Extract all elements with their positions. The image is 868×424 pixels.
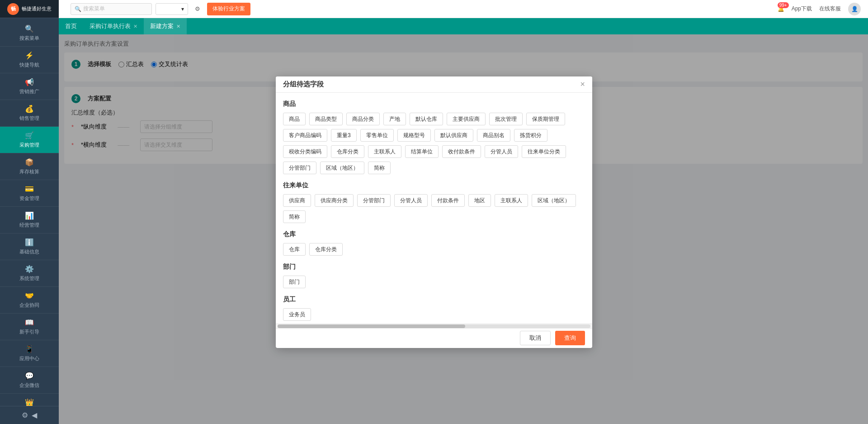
field-tag-1-4[interactable]: 付款条件 (431, 194, 465, 207)
field-tag-0-24[interactable]: 简称 (368, 162, 391, 174)
field-tag-0-14[interactable]: 拣货积分 (514, 129, 547, 142)
field-tag-0-6[interactable]: 批次管理 (489, 113, 523, 125)
sidebar-icon-0: 🔍 (25, 24, 34, 33)
field-tag-3-0[interactable]: 部门 (283, 276, 306, 288)
scrollbar-thumb[interactable] (278, 324, 465, 328)
sidebar-item-应用中心[interactable]: 📱应用中心 (0, 340, 59, 367)
sidebar-item-企业微信[interactable]: 💬企业微信 (0, 367, 59, 394)
field-tag-0-20[interactable]: 分管人员 (485, 145, 518, 158)
sidebar-item-畅会员[interactable]: 👑畅会员 (0, 394, 59, 406)
field-tag-0-11[interactable]: 规格型号 (397, 129, 431, 142)
collapse-icon[interactable]: ◀ (32, 411, 37, 419)
nav-tab-2[interactable]: 新建方案✕ (144, 18, 187, 34)
field-tag-0-2[interactable]: 商品分类 (346, 113, 380, 125)
sidebar-label-7: 经营管理 (19, 222, 39, 229)
field-tag-0-22[interactable]: 分管部门 (283, 162, 316, 174)
sidebar-icon-8: ℹ️ (25, 238, 34, 247)
field-tag-1-1[interactable]: 供应商分类 (315, 194, 354, 207)
field-tag-0-5[interactable]: 主要供应商 (447, 113, 486, 125)
nav-tab-0[interactable]: 首页 (59, 18, 83, 34)
settings-icon[interactable]: ⚙ (22, 411, 28, 419)
field-tags-4: 业务员 (283, 308, 585, 321)
nav-tab-close-2[interactable]: ✕ (176, 24, 180, 29)
sidebar-bottom: ⚙ ◀ (0, 406, 59, 424)
nav-tab-close-1[interactable]: ✕ (133, 24, 137, 29)
sidebar-item-快捷导航[interactable]: ⚡快捷导航 (0, 47, 59, 73)
sidebar-item-营销推广[interactable]: 📢营销推广 (0, 73, 59, 100)
sidebar-label-0: 搜索菜单 (19, 35, 39, 42)
header-search-box[interactable]: 🔍 搜索菜单 (71, 3, 152, 15)
nav-tab-label-0: 首页 (65, 22, 77, 30)
field-tag-0-15[interactable]: 税收分类编码 (283, 145, 327, 158)
nav-tab-1[interactable]: 采购订单执行表✕ (83, 18, 144, 34)
modal-body: 商品商品商品类型商品分类产地默认仓库主要供应商批次管理保质期管理客户商品编码重量… (276, 93, 592, 324)
sidebar-item-新手引导[interactable]: 📖新手引导 (0, 314, 59, 340)
sidebar-label-4: 采购管理 (19, 142, 39, 148)
notification-bell[interactable]: 🔔 99+ (778, 6, 784, 12)
field-section-仓库: 仓库仓库仓库分类 (283, 230, 585, 256)
sidebar-nav: 🔍搜索菜单⚡快捷导航📢营销推广💰销售管理🛒采购管理📦库存核算💳资金管理📊经营管理… (0, 18, 59, 406)
confirm-button[interactable]: 查询 (555, 331, 585, 345)
sidebar-icon-2: 📢 (25, 78, 34, 86)
online-service-link[interactable]: 在线客服 (819, 5, 841, 13)
field-section-员工: 员工业务员 (283, 295, 585, 321)
sidebar-icon-5: 📦 (25, 158, 34, 167)
sidebar-item-库存核算[interactable]: 📦库存核算 (0, 153, 59, 180)
logo-icon: 畅 (7, 3, 19, 15)
avatar[interactable]: 👤 (848, 3, 861, 15)
sidebar-item-采购管理[interactable]: 🛒采购管理 (0, 127, 59, 153)
sidebar-label-10: 企业协同 (19, 302, 39, 309)
field-tag-0-12[interactable]: 默认供应商 (434, 129, 473, 142)
header-right: 🔔 99+ App下载 在线客服 👤 (778, 3, 861, 15)
field-tag-0-4[interactable]: 默认仓库 (410, 113, 443, 125)
field-tag-0-8[interactable]: 客户商品编码 (283, 129, 327, 142)
sidebar-item-基础信息[interactable]: ℹ️基础信息 (0, 233, 59, 260)
field-tag-0-7[interactable]: 保质期管理 (526, 113, 565, 125)
field-tag-0-16[interactable]: 仓库分类 (331, 145, 364, 158)
sidebar-icon-3: 💰 (25, 105, 34, 113)
field-tag-0-3[interactable]: 产地 (383, 113, 406, 125)
field-tag-0-23[interactable]: 区域（地区） (320, 162, 364, 174)
field-tag-0-19[interactable]: 收付款条件 (442, 145, 481, 158)
field-tag-1-2[interactable]: 分管部门 (357, 194, 391, 207)
field-tag-0-10[interactable]: 零售单位 (360, 129, 394, 142)
field-tag-0-9[interactable]: 重量3 (331, 129, 357, 142)
experience-button[interactable]: 体验行业方案 (207, 3, 250, 15)
gear-button[interactable]: ⚙ (192, 3, 203, 15)
sidebar-label-11: 新手引导 (19, 329, 39, 335)
header-dropdown[interactable]: 下拉选项 ▾ (156, 3, 188, 15)
field-tag-0-0[interactable]: 商品 (283, 113, 306, 125)
field-tag-0-13[interactable]: 商品别名 (477, 129, 510, 142)
sidebar-label-5: 库存核算 (19, 168, 39, 175)
field-tag-0-17[interactable]: 主联系人 (368, 145, 401, 158)
field-tag-1-8[interactable]: 简称 (283, 210, 306, 223)
sidebar-label-8: 基础信息 (19, 248, 39, 255)
sidebar-icon-10: 🤝 (25, 291, 34, 300)
field-tag-1-3[interactable]: 分管人员 (394, 194, 428, 207)
sidebar-label-6: 资金管理 (19, 195, 39, 202)
field-tag-1-7[interactable]: 区域（地区） (532, 194, 576, 207)
modal-close-button[interactable]: × (580, 80, 585, 88)
logo-text: 畅捷通好生意 (22, 5, 52, 12)
field-section-商品: 商品商品商品类型商品分类产地默认仓库主要供应商批次管理保质期管理客户商品编码重量… (283, 100, 585, 174)
sidebar-item-销售管理[interactable]: 💰销售管理 (0, 100, 59, 127)
sidebar-item-资金管理[interactable]: 💳资金管理 (0, 180, 59, 207)
section-title-4: 员工 (283, 295, 585, 304)
field-tag-0-21[interactable]: 往来单位分类 (522, 145, 566, 158)
field-tag-0-1[interactable]: 商品类型 (309, 113, 343, 125)
field-tag-1-5[interactable]: 地区 (468, 194, 491, 207)
sidebar-label-1: 快捷导航 (19, 62, 39, 68)
app-download-link[interactable]: App下载 (792, 5, 812, 13)
sidebar-icon-1: ⚡ (25, 51, 34, 60)
sidebar-item-系统管理[interactable]: ⚙️系统管理 (0, 260, 59, 287)
sidebar-item-搜索菜单[interactable]: 🔍搜索菜单 (0, 20, 59, 47)
field-tag-2-1[interactable]: 仓库分类 (309, 243, 343, 256)
field-tag-1-6[interactable]: 主联系人 (495, 194, 528, 207)
field-tag-2-0[interactable]: 仓库 (283, 243, 306, 256)
cancel-button[interactable]: 取消 (520, 331, 551, 345)
field-tag-4-0[interactable]: 业务员 (283, 308, 311, 321)
field-tag-1-0[interactable]: 供应商 (283, 194, 311, 207)
sidebar-item-经营管理[interactable]: 📊经营管理 (0, 207, 59, 233)
field-tag-0-18[interactable]: 结算单位 (405, 145, 439, 158)
sidebar-item-企业协同[interactable]: 🤝企业协同 (0, 287, 59, 314)
